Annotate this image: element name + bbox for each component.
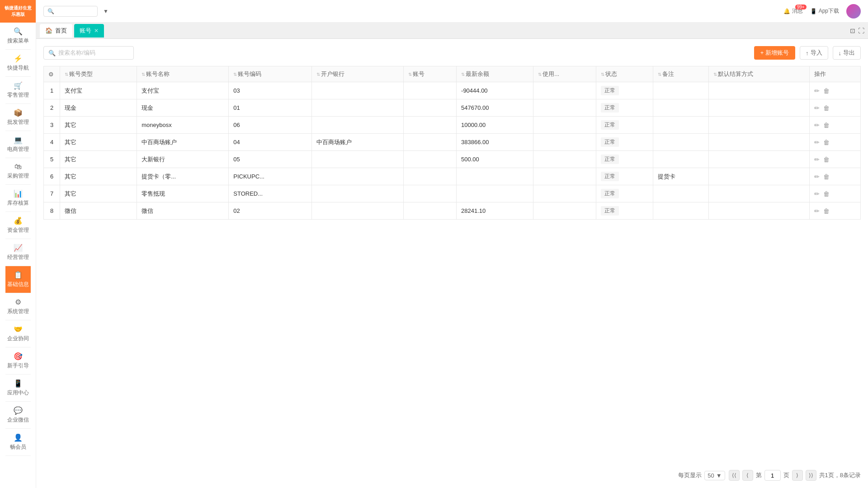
row-index: 4 (44, 134, 60, 151)
tab-home[interactable]: 🏠 首页 (40, 24, 72, 38)
table-row: 5 其它 大新银行 05 500.00 正常 ✏ 🗑 (44, 151, 861, 168)
page-size-box[interactable]: 50 ▼ (704, 471, 725, 480)
edit-icon[interactable]: ✏ (814, 207, 820, 215)
delete-icon[interactable]: 🗑 (823, 190, 830, 197)
app-download-button[interactable]: 📱 App下载 (810, 7, 839, 15)
row-account-no (404, 202, 457, 220)
page-prev-button[interactable]: ⟨ (742, 470, 753, 481)
col-usage[interactable]: ⇅使用... (533, 66, 596, 82)
edit-icon[interactable]: ✏ (814, 87, 820, 94)
sidebar-item-0[interactable]: 🔍搜索菜单 (5, 23, 31, 50)
row-default-payment (708, 117, 810, 134)
row-status: 正常 (596, 99, 653, 117)
row-note (653, 151, 708, 168)
edit-icon[interactable]: ✏ (814, 139, 820, 146)
sidebar-item-2[interactable]: 🛒零售管理 (5, 77, 31, 104)
sidebar-item-1[interactable]: ⚡快捷导航 (5, 50, 31, 77)
col-code[interactable]: ⇅账号编码 (229, 66, 312, 82)
table-row: 7 其它 零售抵现 STORED... 正常 ✏ 🗑 (44, 185, 861, 202)
delete-icon[interactable]: 🗑 (823, 173, 830, 180)
row-type: 微信 (60, 202, 137, 220)
row-default-payment (708, 168, 810, 185)
add-account-button[interactable]: + 新增账号 (754, 46, 795, 60)
col-balance[interactable]: ⇅最新余额 (457, 66, 533, 82)
page-next-button[interactable]: ⟩ (792, 470, 803, 481)
edit-icon[interactable]: ✏ (814, 156, 820, 163)
tab-maximize-icon[interactable]: ⛶ (858, 27, 864, 34)
edit-icon[interactable]: ✏ (814, 173, 820, 180)
sidebar-item-9[interactable]: 📋基础信息 (5, 266, 31, 293)
row-name: 提货卡（零... (137, 168, 229, 185)
row-account-no (404, 82, 457, 99)
delete-icon[interactable]: 🗑 (823, 139, 830, 146)
sidebar-icon-11: 🤝 (7, 325, 29, 333)
page-first-button[interactable]: ⟨⟨ (729, 470, 740, 481)
page-number-input[interactable] (764, 470, 781, 481)
col-account-no[interactable]: ⇅账号 (404, 66, 457, 82)
tab-minimize-icon[interactable]: ⊡ (850, 27, 855, 34)
message-button[interactable]: 🔔 消息 99+ (783, 7, 803, 15)
col-settings[interactable]: ⚙ (44, 66, 60, 82)
row-default-payment (708, 134, 810, 151)
row-type: 其它 (60, 185, 137, 202)
topbar-dropdown[interactable]: ▼ (103, 8, 108, 14)
row-usage (533, 134, 596, 151)
page-size-value: 50 (708, 472, 714, 479)
status-badge: 正常 (601, 137, 619, 147)
col-bank[interactable]: ⇅开户银行 (312, 66, 404, 82)
row-default-payment (708, 99, 810, 117)
row-index: 2 (44, 99, 60, 117)
sidebar-item-3[interactable]: 📦批发管理 (5, 104, 31, 131)
logo-subtext: 乐惠版 (11, 11, 25, 18)
col-default-payment[interactable]: ⇅默认结算方式 (708, 66, 810, 82)
row-default-payment (708, 202, 810, 220)
tab-close-icon[interactable]: ✕ (94, 28, 99, 34)
col-name[interactable]: ⇅账号名称 (137, 66, 229, 82)
sidebar-item-11[interactable]: 🤝企业协同 (5, 320, 31, 347)
row-code: 03 (229, 82, 312, 99)
row-type: 现金 (60, 99, 137, 117)
sidebar-item-15[interactable]: 👤畅会员 (5, 429, 31, 456)
status-badge: 正常 (601, 172, 619, 181)
col-note[interactable]: ⇅备注 (653, 66, 708, 82)
col-status[interactable]: ⇅状态 (596, 66, 653, 82)
sidebar-item-10[interactable]: ⚙系统管理 (5, 293, 31, 320)
row-index: 3 (44, 117, 60, 134)
edit-icon[interactable]: ✏ (814, 190, 820, 197)
delete-icon[interactable]: 🗑 (823, 156, 830, 163)
table-row: 8 微信 微信 02 28241.10 正常 ✏ 🗑 (44, 202, 861, 220)
sidebar-item-4[interactable]: 💻电商管理 (5, 131, 31, 158)
export-button[interactable]: ↓ 导出 (833, 46, 861, 60)
delete-icon[interactable]: 🗑 (823, 122, 830, 129)
topbar-search: 🔍 (43, 6, 98, 17)
sidebar-item-14[interactable]: 💬企业微信 (5, 402, 31, 429)
row-code: 04 (229, 134, 312, 151)
sidebar-item-8[interactable]: 📈经营管理 (5, 239, 31, 266)
delete-icon[interactable]: 🗑 (823, 87, 830, 94)
row-bank (312, 168, 404, 185)
row-status: 正常 (596, 202, 653, 220)
page-last-button[interactable]: ⟩⟩ (806, 470, 816, 481)
row-balance (457, 168, 533, 185)
row-code: 05 (229, 151, 312, 168)
delete-icon[interactable]: 🗑 (823, 207, 830, 215)
col-type[interactable]: ⇅账号类型 (60, 66, 137, 82)
user-avatar[interactable] (846, 4, 861, 19)
sidebar-item-6[interactable]: 📊库存核算 (5, 185, 31, 212)
delete-icon[interactable]: 🗑 (823, 104, 830, 112)
row-default-payment (708, 82, 810, 99)
account-search-box[interactable]: 🔍 搜索名称/编码 (43, 46, 134, 60)
sidebar-item-13[interactable]: 📱应用中心 (5, 375, 31, 402)
tab-account[interactable]: 账号 ✕ (74, 24, 104, 38)
page-size-selector: 每页显示 50 ▼ (678, 471, 725, 480)
sidebar-item-12[interactable]: 🎯新手引导 (5, 347, 31, 375)
edit-icon[interactable]: ✏ (814, 104, 820, 112)
sidebar-item-7[interactable]: 💰资金管理 (5, 212, 31, 239)
sidebar-item-5[interactable]: 🛍采购管理 (5, 158, 31, 185)
content-toolbar: 🔍 搜索名称/编码 + 新增账号 ↑ 导入 ↓ 导出 (43, 46, 861, 60)
row-code: STORED... (229, 185, 312, 202)
sidebar-label-12: 新手引导 (7, 362, 29, 370)
import-button[interactable]: ↑ 导入 (800, 46, 828, 60)
row-name: 中百商场账户 (137, 134, 229, 151)
edit-icon[interactable]: ✏ (814, 122, 820, 129)
